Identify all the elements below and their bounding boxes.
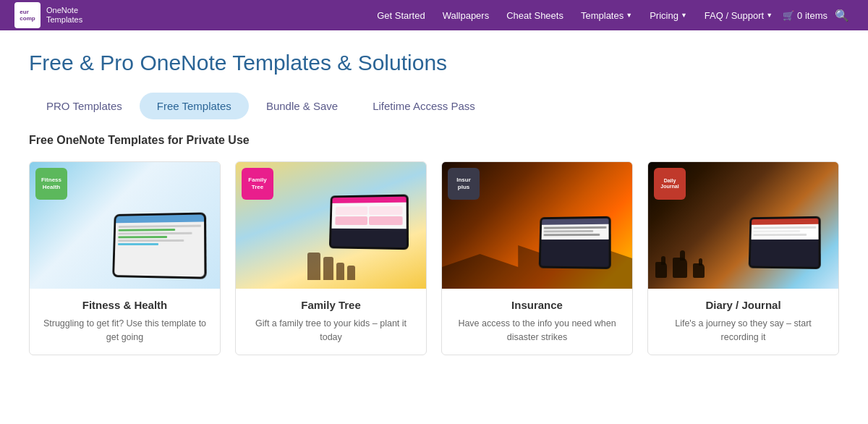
- card-diary[interactable]: DailyJournal: [647, 161, 839, 355]
- templates-grid: FitnessHealth: [29, 161, 839, 355]
- badge-family: FamilyTree: [242, 168, 273, 200]
- card-family[interactable]: FamilyTree: [235, 161, 427, 355]
- templates-chevron-icon: ▼: [626, 12, 632, 19]
- tab-pro-templates[interactable]: PRO Templates: [29, 93, 140, 119]
- tab-bundle-save[interactable]: Bundle & Save: [249, 93, 355, 119]
- card-insurance-body: Insurance Have access to the info you ne…: [442, 289, 632, 355]
- card-family-image: FamilyTree: [236, 162, 426, 289]
- card-insurance-image: Insurplus: [442, 162, 632, 289]
- pricing-chevron-icon: ▼: [681, 12, 687, 19]
- badge-insurance: Insurplus: [448, 168, 480, 200]
- main-nav: Get Started Wallpapers Cheat Sheets Temp…: [370, 6, 854, 25]
- nav-faq[interactable]: FAQ / Support ▼: [697, 7, 780, 24]
- card-fitness-body: Fitness & Health Struggling to get fit? …: [30, 289, 220, 355]
- tab-free-templates[interactable]: Free Templates: [140, 93, 249, 119]
- cart-count: 0 items: [797, 10, 827, 21]
- nav-templates[interactable]: Templates ▼: [574, 7, 639, 24]
- card-family-desc: Gift a family tree to your kids – plant …: [247, 317, 414, 344]
- search-icon: 🔍: [835, 9, 849, 22]
- card-fitness-title: Fitness & Health: [41, 299, 208, 311]
- card-fitness-image: FitnessHealth: [30, 162, 220, 289]
- faq-chevron-icon: ▼: [766, 12, 773, 19]
- nav-get-started[interactable]: Get Started: [370, 7, 432, 24]
- nav-pricing[interactable]: Pricing ▼: [642, 7, 694, 24]
- card-insurance[interactable]: Insurplus: [441, 161, 633, 355]
- card-diary-title: Diary / Journal: [660, 299, 827, 311]
- card-diary-desc: Life's a journey so they say – start rec…: [660, 317, 827, 344]
- nav-wallpapers[interactable]: Wallpapers: [435, 7, 497, 24]
- cart-button[interactable]: 🛒 0 items: [783, 10, 827, 21]
- category-tabs: PRO Templates Free Templates Bundle & Sa…: [29, 93, 839, 119]
- card-family-body: Family Tree Gift a family tree to your k…: [236, 289, 426, 355]
- site-header: eurcomp OneNote Templates Get Started Wa…: [0, 0, 868, 30]
- nav-cheat-sheets[interactable]: Cheat Sheets: [499, 7, 571, 24]
- main-content: Free & Pro OneNote Templates & Solutions…: [0, 30, 868, 370]
- page-title: Free & Pro OneNote Templates & Solutions: [29, 51, 839, 75]
- badge-diary: DailyJournal: [654, 168, 686, 200]
- card-fitness[interactable]: FitnessHealth: [29, 161, 221, 355]
- card-insurance-desc: Have access to the info you need when di…: [454, 317, 621, 344]
- search-button[interactable]: 🔍: [830, 6, 854, 25]
- card-fitness-desc: Struggling to get fit? Use this template…: [41, 317, 208, 344]
- card-family-title: Family Tree: [247, 299, 414, 311]
- logo[interactable]: eurcomp OneNote Templates: [14, 2, 82, 28]
- cart-icon: 🛒: [783, 10, 794, 21]
- badge-fitness: FitnessHealth: [35, 168, 67, 200]
- card-diary-body: Diary / Journal Life's a journey so they…: [648, 289, 838, 355]
- card-insurance-title: Insurance: [454, 299, 621, 311]
- tab-lifetime-access[interactable]: Lifetime Access Pass: [355, 93, 493, 119]
- logo-icon: eurcomp: [14, 2, 41, 28]
- logo-text: OneNote Templates: [46, 6, 82, 25]
- card-diary-image: DailyJournal: [648, 162, 838, 289]
- section-title: Free OneNote Templates for Private Use: [29, 134, 839, 147]
